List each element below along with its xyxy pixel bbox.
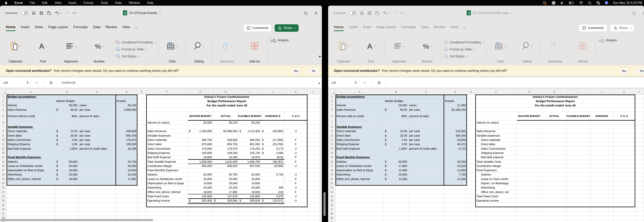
cell[interactable] <box>56 95 78 99</box>
row-header[interactable]: 21 <box>0 186 6 190</box>
cell[interactable] <box>78 125 116 129</box>
cell[interactable] <box>78 190 116 194</box>
row-header[interactable]: 20 <box>0 181 6 185</box>
row-header[interactable]: 11 <box>328 138 336 142</box>
cell[interactable]: 132,000 <box>238 194 261 198</box>
cell[interactable]: $50,000 <box>56 159 78 164</box>
sensitivity-group[interactable]: Sensitivity <box>540 34 570 65</box>
cell[interactable]: 19,000 <box>116 168 138 173</box>
cell[interactable] <box>384 95 408 99</box>
cell[interactable] <box>138 173 146 177</box>
cell[interactable]: Operating Income <box>476 199 517 203</box>
cell[interactable]: U <box>284 173 307 177</box>
cell[interactable]: U <box>284 146 307 151</box>
cell[interactable]: $25.00 <box>56 133 78 138</box>
cell[interactable] <box>336 203 384 207</box>
cell[interactable] <box>146 207 188 211</box>
cell[interactable] <box>213 125 238 129</box>
cell[interactable] <box>517 125 542 129</box>
cell[interactable] <box>261 207 284 211</box>
row-header[interactable]: 1 <box>0 95 6 99</box>
cell[interactable]: 875,000 <box>188 142 213 146</box>
add-ins-group[interactable]: Add-ins <box>242 34 267 65</box>
cell[interactable]: 5,750 <box>261 173 284 177</box>
cell[interactable] <box>567 108 590 112</box>
save-icon[interactable] <box>368 11 372 15</box>
cell[interactable] <box>56 203 78 207</box>
cell[interactable] <box>476 212 517 216</box>
row-header[interactable]: 23 <box>0 194 6 198</box>
format-as-table-button[interactable]: Format as Table <box>444 47 484 52</box>
menu-item-help[interactable]: Help <box>147 1 153 5</box>
cell[interactable] <box>517 142 542 146</box>
cell[interactable]: Office rent, phone, internet <box>6 177 56 181</box>
cell[interactable] <box>138 199 146 203</box>
cell[interactable] <box>517 212 542 216</box>
cell[interactable]: Direct materials <box>6 129 56 133</box>
no-button[interactable]: No <box>309 68 318 74</box>
cell[interactable] <box>567 133 590 138</box>
cells-group[interactable]: Cells <box>487 34 514 65</box>
cell[interactable]: FLEXIBLE BUDGET <box>567 112 590 120</box>
cell[interactable] <box>517 181 542 185</box>
cell[interactable] <box>444 155 467 159</box>
cell[interactable] <box>138 155 146 159</box>
cell[interactable]: F or U <box>284 112 307 120</box>
menu-item-format[interactable]: Format <box>84 1 94 5</box>
row-header[interactable]: 9 <box>0 133 6 138</box>
cell[interactable]: $3.00 <box>56 142 78 146</box>
font-group[interactable]: A Font <box>358 34 384 65</box>
cell[interactable] <box>307 120 320 125</box>
cell[interactable] <box>307 103 320 108</box>
cell[interactable] <box>78 173 116 177</box>
cell[interactable] <box>517 216 542 220</box>
cell[interactable] <box>567 181 590 185</box>
cell[interactable] <box>517 194 542 198</box>
cell[interactable] <box>78 155 116 159</box>
cell[interactable]: 90% <box>384 112 408 120</box>
cell[interactable] <box>408 207 444 211</box>
cell[interactable]: $3,175 <box>261 146 284 151</box>
cell[interactable] <box>590 181 614 185</box>
cell[interactable] <box>517 199 542 203</box>
cell[interactable] <box>590 142 614 146</box>
cell[interactable] <box>467 151 476 155</box>
cell[interactable] <box>384 151 408 155</box>
wifi-icon[interactable] <box>579 1 583 5</box>
cell[interactable]: Sales Revenue <box>146 129 188 133</box>
cell[interactable] <box>542 168 567 173</box>
cell[interactable] <box>138 194 146 198</box>
cell[interactable] <box>567 212 590 216</box>
cell[interactable]: 53,650 <box>444 138 467 142</box>
format-as-table-button[interactable]: Format as Table <box>116 47 156 52</box>
select-all-corner[interactable] <box>328 89 336 95</box>
cell[interactable]: 35,000 <box>56 103 78 108</box>
cell[interactable]: Sales Revenue <box>476 129 517 133</box>
cell[interactable]: Direct materials <box>476 138 517 142</box>
home-icon[interactable] <box>32 11 36 15</box>
cell[interactable]: Salaries <box>476 173 517 177</box>
cell[interactable] <box>138 177 146 181</box>
column-header[interactable]: H <box>542 89 567 95</box>
cell[interactable]: 25,000 <box>213 177 238 181</box>
cell[interactable]: 16,915 <box>238 155 261 159</box>
cell[interactable] <box>476 207 517 211</box>
font-group[interactable]: A Font <box>30 34 56 65</box>
cell[interactable]: $5.00 <box>56 138 78 142</box>
cell[interactable] <box>444 220 467 222</box>
cell[interactable]: 855,750 <box>116 133 138 138</box>
cell[interactable] <box>284 108 307 112</box>
cell[interactable] <box>467 207 476 211</box>
menu-item-view[interactable]: View <box>54 1 61 5</box>
cell[interactable] <box>614 155 635 159</box>
cell[interactable] <box>444 112 467 120</box>
column-header[interactable]: I <box>567 89 590 95</box>
row-header[interactable]: 17 <box>0 168 6 173</box>
cell[interactable]: Volume <box>336 103 384 108</box>
battery-icon[interactable] <box>569 1 574 5</box>
cell[interactable] <box>307 190 320 194</box>
comments-button[interactable]: Comments <box>579 24 607 32</box>
cell[interactable] <box>590 120 614 125</box>
cell[interactable]: Advertising <box>476 186 517 190</box>
cell[interactable] <box>614 181 635 185</box>
